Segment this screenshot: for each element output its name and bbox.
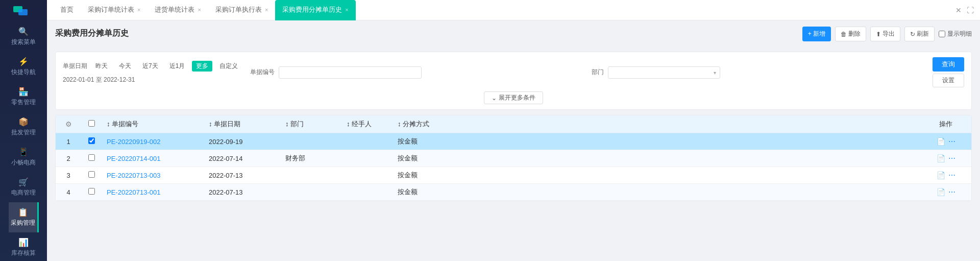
tab-bar: 首页采购订单统计表×进货单统计表×采购订单执行表×采购费用分摊单历史× ✕ ⛶ <box>47 0 980 20</box>
tab-close-inbound-stat[interactable]: × <box>198 7 201 13</box>
add-button[interactable]: + 新增 <box>802 27 831 41</box>
expand-btn[interactable]: ⌄ 展开更多条件 <box>484 91 543 104</box>
tab-actions: ✕ ⛶ <box>955 6 974 14</box>
th-doc-no-label: ↕ 单据编号 <box>107 120 138 128</box>
th-dept-label: ↕ 部门 <box>285 120 304 128</box>
th-split-label: ↕ 分摊方式 <box>398 120 429 128</box>
tab-inbound-stat[interactable]: 进货单统计表× <box>148 0 208 20</box>
column-settings-icon[interactable]: ⚙ <box>65 120 72 128</box>
tab-fullscreen-icon[interactable]: ⛶ <box>967 6 974 14</box>
cell-no: 2 <box>56 150 81 167</box>
tab-label: 采购订单执行表 <box>215 5 262 14</box>
doc-no-link[interactable]: PE-20220713-003 <box>107 172 161 179</box>
cell-no: 1 <box>56 133 81 150</box>
doc-no-label: 单据编号 <box>250 68 275 77</box>
sidebar-item-ecommerce[interactable]: 🛒 电商管理 <box>9 172 39 202</box>
tab-close-purchase-order-stat[interactable]: × <box>137 7 140 13</box>
cell-action: 📄 ⋯ <box>920 133 971 150</box>
th-date-label: ↕ 单据日期 <box>209 120 240 128</box>
tab-label: 首页 <box>60 5 74 14</box>
row-view-btn[interactable]: 📄 <box>937 188 945 196</box>
wholesale-icon: 📦 <box>18 117 29 127</box>
date-btn-7days[interactable]: 近7天 <box>138 61 162 72</box>
delete-button[interactable]: 🗑 删除 <box>835 27 866 41</box>
cell-doc-no: PE-20220713-003 <box>102 167 204 184</box>
cell-handler <box>341 167 393 184</box>
tab-label: 进货单统计表 <box>155 5 194 14</box>
row-more-btn[interactable]: ⋯ <box>948 154 955 162</box>
expand-more: ⌄ 展开更多条件 <box>63 91 964 104</box>
row-view-btn[interactable]: 📄 <box>937 171 945 179</box>
cell-checkbox <box>81 167 102 184</box>
th-action-label: 操作 <box>939 120 952 128</box>
date-filter-btns: 昨天 今天 近7天 近1月 更多 自定义 <box>91 61 242 72</box>
tab-close-purchase-cost-split[interactable]: × <box>345 7 348 13</box>
date-btn-yesterday[interactable]: 昨天 <box>91 61 112 72</box>
sidebar-item-search[interactable]: 🔍 搜索菜单 <box>9 21 39 52</box>
main-area: 首页采购订单统计表×进货单统计表×采购订单执行表×采购费用分摊单历史× ✕ ⛶ … <box>47 0 980 261</box>
sidebar-item-wholesale[interactable]: 📦 批发管理 <box>9 112 39 142</box>
cell-split: 按金额 <box>393 184 920 201</box>
show-columns-checkbox[interactable]: 显示明细 <box>939 30 972 38</box>
cell-date: 2022-07-13 <box>204 184 280 201</box>
row-view-btn[interactable]: 📄 <box>937 137 945 146</box>
doc-no-link[interactable]: PE-20220919-002 <box>107 138 161 146</box>
sidebar-item-retail[interactable]: 🏪 零售管理 <box>9 82 39 112</box>
doc-no-input[interactable] <box>279 66 422 79</box>
row-checkbox[interactable] <box>88 154 95 161</box>
export-icon: ⬆ <box>876 31 881 38</box>
cell-doc-no: PE-20220714-001 <box>102 150 204 167</box>
cell-no: 4 <box>56 184 81 201</box>
row-more-btn[interactable]: ⋯ <box>948 188 955 196</box>
cell-split: 按金额 <box>393 167 920 184</box>
tab-close-purchase-order-exec[interactable]: × <box>265 7 268 13</box>
row-more-btn[interactable]: ⋯ <box>948 137 955 146</box>
ecommerce-icon: 🛒 <box>18 177 29 187</box>
select-all-checkbox[interactable] <box>88 120 95 127</box>
table-body: 1 PE-20220919-002 2022-09-19 按金额 📄 ⋯ 2 <box>56 133 971 201</box>
sidebar-logo <box>8 4 39 18</box>
tab-purchase-order-stat[interactable]: 采购订单统计表× <box>81 0 148 20</box>
cell-checkbox <box>81 133 102 150</box>
search-icon: 🔍 <box>18 27 29 36</box>
row-more-btn[interactable]: ⋯ <box>948 171 955 179</box>
sidebar-item-label: 小畅电商 <box>11 158 36 167</box>
sidebar-item-quicknav[interactable]: ⚡ 快捷导航 <box>9 52 39 82</box>
th-date: ↕ 单据日期 <box>204 115 280 133</box>
row-view-btn[interactable]: 📄 <box>937 154 945 162</box>
date-btn-today[interactable]: 今天 <box>115 61 135 72</box>
tab-purchase-order-exec[interactable]: 采购订单执行表× <box>208 0 275 20</box>
tab-purchase-cost-split[interactable]: 采购费用分摊单历史× <box>275 0 355 20</box>
cell-split: 按金额 <box>393 133 920 150</box>
sidebar-item-miniapp[interactable]: 📱 小畅电商 <box>9 142 39 172</box>
date-btn-more[interactable]: 更多 <box>192 61 212 72</box>
row-checkbox[interactable] <box>88 171 95 178</box>
query-button[interactable]: 查询 <box>933 57 964 72</box>
dept-select[interactable] <box>608 66 720 79</box>
table-row: 2 PE-20220714-001 2022-07-14 财务部 按金额 📄 ⋯ <box>56 150 971 167</box>
date-btn-custom[interactable]: 自定义 <box>215 61 242 72</box>
date-btn-1month[interactable]: 近1月 <box>165 61 189 72</box>
filter-settings-button[interactable]: 设置 <box>933 74 964 87</box>
sidebar-item-label: 采购管理 <box>11 219 35 227</box>
sidebar-item-purchase[interactable]: 📋 采购管理 <box>9 202 39 232</box>
cell-date: 2022-07-13 <box>204 167 280 184</box>
date-range-display: 2022-01-01 至 2022-12-31 <box>63 76 242 84</box>
table-row: 4 PE-20220713-001 2022-07-13 按金额 📄 ⋯ <box>56 184 971 201</box>
export-button[interactable]: ⬆ 导出 <box>870 27 900 41</box>
sidebar: 🔍 搜索菜单 ⚡ 快捷导航 🏪 零售管理 📦 批发管理 📱 小畅电商 🛒 电商管… <box>0 0 47 261</box>
table-container: ⚙ ↕ 单据编号 ↕ 单据日期 ↕ 部门 <box>55 115 972 201</box>
sidebar-item-label: 批发管理 <box>11 128 36 137</box>
doc-no-link[interactable]: PE-20220713-001 <box>107 188 161 196</box>
dept-filter: 部门 <box>592 66 924 79</box>
expand-icon: ⌄ <box>492 94 497 102</box>
tab-close-all-icon[interactable]: ✕ <box>955 6 962 14</box>
row-checkbox[interactable] <box>88 188 95 195</box>
cell-handler <box>341 184 393 201</box>
row-checkbox[interactable] <box>88 137 95 144</box>
refresh-button[interactable]: ↻ 刷新 <box>904 27 935 41</box>
sidebar-item-inventory[interactable]: 📊 库存核算 <box>9 232 39 261</box>
sidebar-item-label: 零售管理 <box>11 98 36 107</box>
doc-no-link[interactable]: PE-20220714-001 <box>107 155 161 162</box>
tab-home[interactable]: 首页 <box>53 0 81 20</box>
